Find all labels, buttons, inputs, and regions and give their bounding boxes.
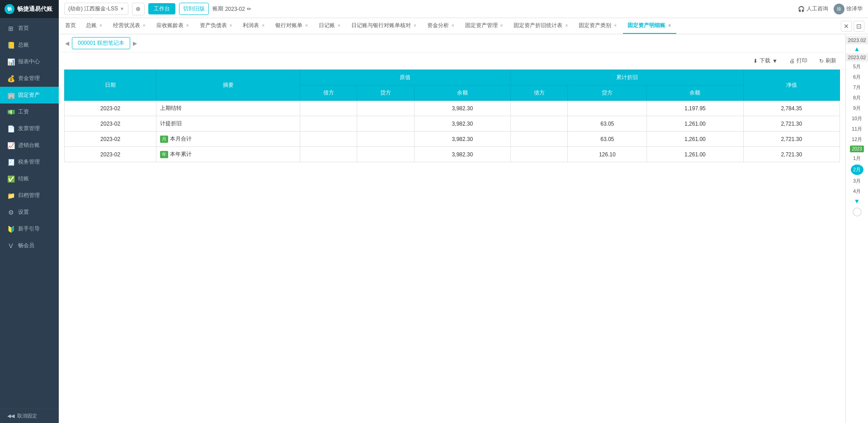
table-wrapper: 日期 摘要 原值 累计折旧 净值 借方 贷方 余额 借方 贷方 余额 — [59, 70, 845, 423]
tab-close-fund-analysis[interactable]: × — [451, 23, 455, 28]
sidebar-item-settings[interactable]: ⚙设置 — [0, 204, 59, 221]
sidebar-item-home[interactable]: ⊞首页 — [0, 20, 59, 37]
oldver-button[interactable]: 切到旧版 — [179, 3, 209, 15]
topbar: (劫命) 江西服金-LSS ▼ ⊕ 工作台 切到旧版 账期 2023-02 ✏ … — [59, 0, 868, 18]
sidebar-label-fixed-assets: 固定资产 — [18, 91, 40, 99]
fixed-assets-detail-table: 日期 摘要 原值 累计折旧 净值 借方 贷方 余额 借方 贷方 余额 — [64, 70, 840, 162]
sidebar-item-fixed-assets[interactable]: 🏢固定资产 — [0, 87, 59, 103]
sub-tabs: ◀ 000001 联想笔记本 ▶ — [59, 34, 845, 52]
sidebar-item-tax[interactable]: 🧾税务管理 — [0, 154, 59, 170]
sidebar-item-member[interactable]: V畅会员 — [0, 237, 59, 254]
tab-close-journal-bank-verify[interactable]: × — [413, 23, 417, 28]
sub-tab-next[interactable]: ▶ — [132, 39, 138, 47]
date-current-year-badge: 2023 — [850, 146, 863, 152]
tab-close-journal[interactable]: × — [337, 23, 341, 28]
tab-close-assets-liabilities[interactable]: × — [229, 23, 233, 28]
tab-fixed-assets-mgmt[interactable]: 固定资产管理× — [461, 18, 509, 34]
cell-orig-balance-2: 3,982.30 — [414, 132, 510, 147]
tab-bank-statement[interactable]: 银行对账单× — [271, 18, 313, 34]
date-month-9[interactable]: 1月 — [846, 153, 868, 164]
date-month-12[interactable]: 4月 — [846, 186, 868, 197]
tab-close-fixed-assets-category[interactable]: × — [613, 23, 618, 28]
tab-close-fixed-assets-mgmt[interactable]: × — [500, 23, 504, 28]
sidebar-label-archive: 归档管理 — [18, 192, 40, 199]
tab-close-profit[interactable]: × — [261, 23, 265, 28]
sidebar-bottom[interactable]: ◀◀ 取消固定 — [0, 409, 59, 423]
sidebar-item-wages[interactable]: 💵工资 — [0, 103, 59, 120]
sidebar-item-funds[interactable]: 💰资金管理 — [0, 70, 59, 87]
tab-journal[interactable]: 日记账× — [314, 18, 346, 34]
support-button[interactable]: 🎧 人工咨询 — [798, 5, 828, 13]
period-edit-icon[interactable]: ✏ — [247, 6, 251, 12]
tab-home[interactable]: 首页 — [61, 18, 80, 34]
download-icon: ⬇ — [753, 58, 758, 64]
date-month-3[interactable]: 8月 — [846, 93, 868, 103]
download-button[interactable]: ⬇ 下载 ▼ — [750, 55, 781, 66]
sidebar-item-archive[interactable]: 📁归档管理 — [0, 187, 59, 204]
date-scroll-up[interactable]: ▲ — [853, 44, 861, 53]
sidebar-label-reports: 报表中心 — [18, 58, 40, 66]
cell-summary-1: 计提折旧 — [156, 116, 300, 132]
table-row: 2023-02 年本年累计 3,982.30 126.10 1,261.00 2… — [65, 147, 840, 162]
date-month-7[interactable]: 12月 — [846, 134, 868, 145]
sidebar-item-settlement[interactable]: ✅结账 — [0, 170, 59, 187]
tab-receivable[interactable]: 应收账龄表× — [152, 18, 194, 34]
close-tab-button[interactable]: ✕ — [841, 21, 852, 32]
company-selector[interactable]: (劫命) 江西服金-LSS ▼ — [64, 3, 128, 15]
cell-accum-debit-0 — [510, 101, 567, 116]
tab-close-fixed-assets-depreciation[interactable]: × — [564, 23, 569, 28]
sidebar-label-settings: 设置 — [18, 208, 29, 216]
sub-tab-item[interactable]: 000001 联想笔记本 — [72, 37, 130, 49]
tab-assets-liabilities[interactable]: 资产负债表× — [195, 18, 238, 34]
tab-operations[interactable]: 经营状况表× — [108, 18, 151, 34]
user-name: 徐泽华 — [846, 5, 863, 13]
date-month-6[interactable]: 11月 — [846, 124, 868, 134]
tab-fixed-assets-detail[interactable]: 固定资产明细账× — [623, 18, 676, 34]
tab-profit[interactable]: 利润表× — [238, 18, 270, 34]
date-month-1[interactable]: 6月 — [846, 72, 868, 82]
sidebar-label-home: 首页 — [18, 24, 29, 32]
sub-tab-prev[interactable]: ◀ — [64, 39, 70, 47]
tab-journal-bank-verify[interactable]: 日记账与银行对账单核对× — [347, 18, 422, 34]
sidebar-label-purchase-sales: 进销台账 — [18, 141, 40, 149]
sidebar-item-ledger[interactable]: 📒总账 — [0, 37, 59, 53]
tab-close-bank-statement[interactable]: × — [304, 23, 309, 28]
date-month-2[interactable]: 7月 — [846, 82, 868, 93]
tab-ledger[interactable]: 总账× — [81, 18, 108, 34]
refresh-icon: ↻ — [819, 58, 824, 64]
tab-close-fixed-assets-detail[interactable]: × — [667, 23, 672, 28]
date-month-10[interactable]: 2月 — [851, 164, 863, 175]
cell-orig-debit-2 — [300, 132, 357, 147]
workspace-button[interactable]: 工作台 — [148, 3, 175, 14]
tab-label-journal-bank-verify: 日记账与银行对账单核对 — [351, 22, 411, 29]
sidebar-item-reports[interactable]: 📊报表中心 — [0, 53, 59, 70]
date-month-11[interactable]: 3月 — [846, 176, 868, 186]
print-button[interactable]: 🖨 打印 — [786, 55, 811, 66]
refresh-button[interactable]: ↻ 刷新 — [816, 55, 840, 66]
tab-fund-analysis[interactable]: 资金分析× — [423, 18, 460, 34]
sidebar-item-guide[interactable]: 🔰新手引导 — [0, 221, 59, 237]
user-menu[interactable]: 徐 徐泽华 — [834, 4, 863, 14]
tab-close-operations[interactable]: × — [142, 23, 146, 28]
tab-close-ledger[interactable]: × — [99, 23, 103, 28]
cell-accum-credit-3: 126.10 — [568, 147, 647, 162]
fullscreen-button[interactable]: ⊡ — [854, 21, 864, 32]
date-scroll-down[interactable]: ▼ — [853, 197, 861, 206]
sidebar-item-purchase-sales[interactable]: 📈进销台账 — [0, 137, 59, 154]
sidebar-icon-home: ⊞ — [7, 25, 14, 32]
sidebar-label-wages: 工资 — [18, 108, 29, 116]
tab-close-receivable[interactable]: × — [185, 23, 190, 28]
date-month-4[interactable]: 9月 — [846, 103, 868, 113]
col-date: 日期 — [65, 70, 156, 101]
cell-net-value-0: 2,784.35 — [743, 101, 840, 116]
tab-fixed-assets-depreciation[interactable]: 固定资产折旧统计表× — [509, 18, 573, 34]
cell-date-1: 2023-02 — [65, 116, 156, 132]
sidebar-item-invoices[interactable]: 📄发票管理 — [0, 120, 59, 137]
date-month-0[interactable]: 5月 — [846, 61, 868, 72]
tab-fixed-assets-category[interactable]: 固定资产类别× — [574, 18, 622, 34]
period-display: 账期 2023-02 ✏ — [212, 5, 251, 13]
copy-button[interactable]: ⊕ — [132, 3, 145, 15]
date-month-5[interactable]: 10月 — [846, 113, 868, 124]
date-circle-control[interactable] — [853, 207, 862, 216]
sidebar-icon-member: V — [7, 242, 14, 249]
